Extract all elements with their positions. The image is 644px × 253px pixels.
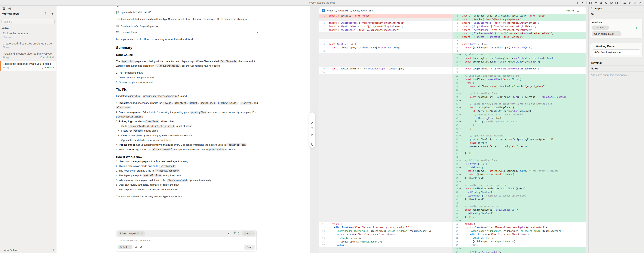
diff-marker: +: [460, 149, 462, 151]
workspace-item[interactable]: Explore the codebase I want you to explo…: [0, 60, 56, 71]
diff-marker: +: [460, 177, 462, 180]
sign-out-icon[interactable]: [8, 7, 11, 10]
megaphone-icon[interactable]: [628, 2, 631, 4]
tool-call-row[interactable]: Read medusa/src/pages/Agent.tsx: [116, 24, 259, 28]
section-terminal[interactable]: Terminal: [588, 60, 644, 66]
diff-marker: +: [460, 74, 462, 77]
git-compare-icon[interactable]: [311, 143, 314, 146]
search-input[interactable]: [2, 19, 55, 24]
diff-marker: [460, 22, 462, 24]
diff-square-icon[interactable]: [311, 122, 314, 124]
line-number: 63: [453, 234, 460, 236]
chevron-down-icon[interactable]: [256, 31, 259, 34]
dots-icon[interactable]: [311, 114, 314, 117]
line-number: 47: [453, 177, 460, 179]
play-icon[interactable]: [311, 134, 314, 136]
line-number: 65: [453, 240, 460, 243]
pen-icon[interactable]: [140, 246, 143, 248]
layers-icon[interactable]: [44, 12, 47, 15]
diff-code-line: 61 <div className="flex flex-col h-scree…: [453, 226, 586, 229]
open-pull-request-button[interactable]: Open pull request: [592, 31, 621, 36]
plus-icon[interactable]: [51, 12, 54, 15]
workspace-item[interactable]: Explore the codebase35m ago: [0, 30, 56, 40]
mode-dropdown[interactable]: Default: [118, 245, 132, 249]
tool-call-row[interactable]: npm run build 2>&1 | tail -80: [116, 11, 259, 14]
menu-icon[interactable]: [623, 2, 626, 4]
divider: [310, 131, 314, 132]
section-git[interactable]: Git: [588, 12, 644, 17]
sidebar-top-actions: [0, 6, 56, 11]
inline-code: ~/.medusa/pending/: [154, 169, 180, 172]
line-number: 26: [453, 103, 460, 105]
spark-icon[interactable]: [227, 232, 230, 235]
send-button[interactable]: Send: [244, 244, 254, 250]
view-archive-button[interactable]: View Archive 0: [0, 247, 56, 253]
git-compare-icon[interactable]: [600, 2, 602, 4]
diff-collapsed-gap[interactable]: [319, 247, 452, 253]
diff-file-header[interactable]: TS /medusa/medusa/src/pages/Agent.tsx +5…: [319, 7, 586, 14]
chevrons-up-icon[interactable]: [581, 2, 584, 4]
chevron-down-icon[interactable]: [581, 10, 584, 12]
diff-columns: 1-import { useState } from "react";2 imp…: [319, 14, 586, 253]
diff-marker: [326, 240, 329, 243]
code-text: import { useState } from "react";: [329, 14, 452, 17]
diff-collapsed-gap[interactable]: [319, 74, 452, 222]
line-number: 28: [453, 110, 460, 112]
diff-code-line: 11 return (: [319, 222, 452, 226]
panel-right-icon[interactable]: [615, 2, 618, 4]
notes-input[interactable]: Add notes about this workspace...: [588, 72, 644, 78]
branch-dropdown[interactable]: master: [592, 26, 609, 30]
diff-code-line: 57+ setPendingPlan(null);: [453, 212, 586, 215]
section-changes[interactable]: Changes: [588, 6, 644, 12]
workspace-time: 7h ago: [3, 66, 42, 69]
diff-marker: [460, 230, 462, 232]
line-number: 55: [453, 205, 460, 208]
working-branch-input[interactable]: [594, 51, 636, 54]
message-input[interactable]: Continue working on this task...: [118, 239, 254, 244]
inline-code: useCallback: [200, 102, 216, 104]
files-changed-badge[interactable]: 2 files changed +61 -3: [118, 232, 145, 236]
file-path: /medusa/medusa/src/pages/Agent.tsx: [327, 10, 565, 12]
panel-left-icon[interactable]: [589, 2, 592, 4]
help-icon[interactable]: [634, 2, 636, 4]
monitor-icon[interactable]: [610, 2, 613, 4]
workspace-item[interactable]: Create Good First Issues on Github So po…: [0, 40, 56, 50]
diff-marker: +: [460, 191, 462, 194]
diff-collapsed-gap[interactable]: [319, 53, 452, 67]
line-number: 59: [453, 220, 460, 222]
version-dropdown[interactable]: Latest: [242, 232, 255, 236]
tool-call-row[interactable]: Updated Todos: [116, 31, 259, 34]
code-text: if (!previousPlanIdsRef.current.has(plan…: [462, 110, 586, 112]
diff-code-line: 60 return (: [453, 222, 586, 226]
list-item: 3. Polling logic: Added a loadPlans call…: [116, 119, 259, 124]
code-text: import { RightSidebar } from "@/componen…: [462, 25, 586, 28]
copy-icon[interactable]: [311, 126, 314, 129]
diff-marker: +: [460, 110, 462, 112]
changes-label: Changes: [591, 7, 640, 10]
chat-scroll-area[interactable]: npm run build 2>&1 | tail -80The build c…: [56, 6, 310, 230]
section-notes[interactable]: Notes: [588, 66, 644, 72]
diff-square-icon[interactable]: [576, 10, 579, 12]
todo-list-icon[interactable]: [232, 232, 235, 235]
terminal-prompt-icon[interactable]: [605, 2, 608, 4]
paperclip-icon[interactable]: [134, 246, 138, 248]
spinner-icon[interactable]: [238, 232, 240, 235]
chat-bubbles-icon[interactable]: [594, 2, 597, 4]
diff-marker: +: [460, 180, 462, 183]
gear-icon[interactable]: [639, 2, 642, 4]
code-text: // Plan review state: [462, 53, 586, 56]
line-number: 17: [319, 244, 326, 246]
diff-collapsed-gap[interactable]: [319, 18, 452, 21]
diff-collapsed-gap[interactable]: [319, 32, 452, 39]
diff-code-line: 44+ loadPlans();: [453, 166, 586, 169]
line-number: 24: [453, 96, 460, 98]
line-number: 32: [453, 124, 460, 126]
monitor-icon[interactable]: [311, 138, 314, 141]
line-number: 36: [453, 138, 460, 140]
code-text: const handlePlanClose = useCallback(() =…: [462, 208, 586, 211]
diff-code-line: 49+ // Handle plan review completion: [453, 183, 586, 187]
archive-icon[interactable]: [2, 7, 5, 10]
workspace-item[interactable]: Install and integrate Vibe Kanban Web Co…: [0, 50, 56, 60]
pause-icon[interactable]: [576, 2, 579, 4]
diff-marker: +: [460, 216, 462, 218]
